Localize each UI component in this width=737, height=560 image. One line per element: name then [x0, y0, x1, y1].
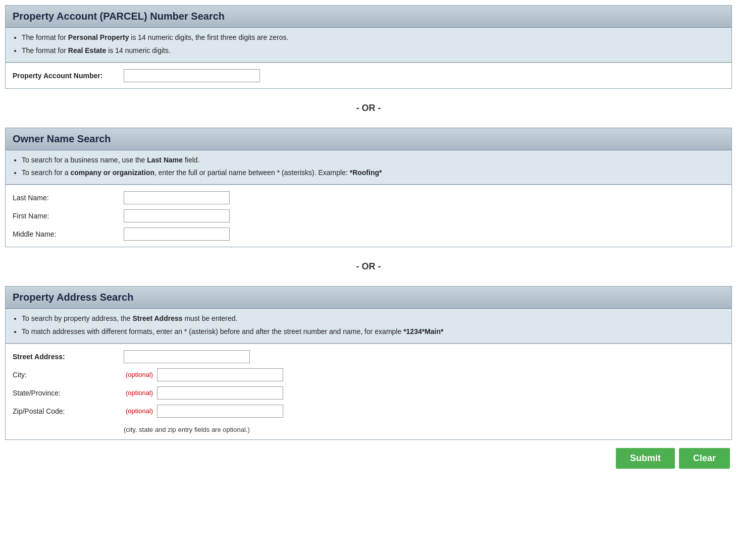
state-input[interactable] — [157, 386, 283, 400]
middle-name-label: Middle Name: — [13, 230, 124, 238]
submit-button[interactable]: Submit — [616, 448, 675, 469]
parcel-section: Property Account (PARCEL) Number Search … — [5, 5, 732, 89]
address-hint: (city, state and zip entry fields are op… — [13, 423, 724, 433]
street-address-input[interactable] — [124, 350, 250, 363]
parcel-info-item-2: The format for Real Estate is 14 numeric… — [22, 45, 724, 57]
address-section-title: Property Address Search — [13, 292, 724, 303]
state-optional-label: (optional) — [126, 389, 153, 397]
address-section-body: Street Address: City: (optional) State/P… — [5, 344, 732, 440]
or-divider-2: - OR - — [5, 247, 732, 286]
parcel-section-title: Property Account (PARCEL) Number Search — [13, 11, 724, 22]
parcel-section-header: Property Account (PARCEL) Number Search — [5, 5, 732, 28]
parcel-field-row: Property Account Number: — [13, 69, 724, 82]
owner-section-header: Owner Name Search — [5, 128, 732, 150]
owner-section-info: To search for a business name, use the L… — [5, 150, 732, 185]
parcel-field-label: Property Account Number: — [13, 72, 124, 80]
owner-section: Owner Name Search To search for a busine… — [5, 128, 732, 248]
street-address-label: Street Address: — [13, 353, 124, 361]
address-section-info: To search by property address, the Stree… — [5, 309, 732, 344]
owner-section-title: Owner Name Search — [13, 133, 724, 145]
owner-section-body: Last Name: First Name: Middle Name: — [5, 185, 732, 247]
last-name-label: Last Name: — [13, 194, 124, 202]
zip-optional-label: (optional) — [126, 407, 153, 415]
zip-label: Zip/Postal Code: — [13, 407, 124, 415]
clear-button[interactable]: Clear — [679, 448, 730, 469]
zip-input[interactable] — [157, 405, 283, 418]
last-name-input[interactable] — [124, 191, 230, 204]
state-label: State/Province: — [13, 389, 124, 397]
parcel-number-input[interactable] — [124, 69, 260, 82]
city-row: City: (optional) — [13, 368, 724, 381]
street-address-row: Street Address: — [13, 350, 724, 363]
state-row: State/Province: (optional) — [13, 386, 724, 400]
city-label: City: — [13, 371, 124, 379]
middle-name-input[interactable] — [124, 228, 230, 241]
address-section-header: Property Address Search — [5, 286, 732, 309]
parcel-section-info: The format for Personal Property is 14 n… — [5, 28, 732, 63]
first-name-label: First Name: — [13, 212, 124, 220]
first-name-input[interactable] — [124, 209, 230, 222]
parcel-section-body: Property Account Number: — [5, 63, 732, 89]
city-optional-label: (optional) — [126, 371, 153, 378]
parcel-info-item-1: The format for Personal Property is 14 n… — [22, 32, 724, 44]
address-info-item-1: To search by property address, the Stree… — [22, 313, 724, 325]
owner-info-item-1: To search for a business name, use the L… — [22, 154, 724, 166]
first-name-row: First Name: — [13, 209, 724, 222]
address-section: Property Address Search To search by pro… — [5, 286, 732, 440]
middle-name-row: Middle Name: — [13, 228, 724, 241]
or-divider-1: - OR - — [5, 89, 732, 128]
address-info-item-2: To match addresses with different format… — [22, 326, 724, 338]
owner-info-item-2: To search for a company or organization,… — [22, 167, 724, 179]
city-input[interactable] — [157, 368, 283, 381]
form-buttons: Submit Clear — [5, 448, 732, 469]
zip-row: Zip/Postal Code: (optional) — [13, 405, 724, 418]
last-name-row: Last Name: — [13, 191, 724, 204]
